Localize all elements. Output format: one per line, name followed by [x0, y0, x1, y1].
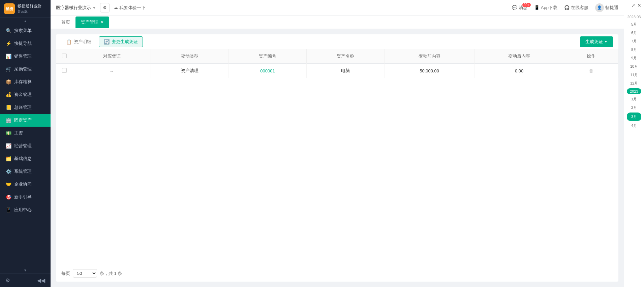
message-action[interactable]: 💬 消息 99+ — [512, 5, 527, 11]
asset-detail-icon: 📋 — [66, 39, 72, 44]
message-badge: 99+ — [522, 3, 531, 7]
sidebar-item-app-center[interactable]: 📱应用中心 — [0, 203, 51, 216]
sub-tab-change-voucher[interactable]: 🔄 变更生成凭证 — [99, 36, 143, 47]
phone-icon: 📱 — [534, 5, 540, 10]
sidebar-item-operations[interactable]: 📈经营管理 — [0, 139, 51, 152]
per-page-label: 每页 — [61, 270, 70, 277]
sidebar-item-sales[interactable]: 📊销售管理 — [0, 50, 51, 63]
headset-icon: 🎧 — [564, 5, 570, 10]
sidebar-settings-icon[interactable]: ⚙ — [5, 277, 10, 284]
delete-row-icon[interactable]: 🗑 — [589, 68, 593, 73]
logo-icon: 畅捷 — [4, 3, 15, 14]
sidebar-item-label: 应用中心 — [14, 207, 32, 213]
sidebar-item-salary[interactable]: 💵工资 — [0, 127, 51, 139]
panel-close-icon[interactable]: ✕ — [637, 3, 641, 8]
month-item[interactable]: 6月 — [624, 29, 644, 37]
sidebar-item-label: 固定资产 — [14, 117, 32, 123]
gear-icon: ⚙ — [103, 5, 107, 10]
funds-icon: 💰 — [5, 92, 11, 98]
basic-info-icon: 🗂️ — [5, 156, 11, 162]
topbar-settings-button[interactable]: ⚙ — [100, 3, 110, 12]
month-item[interactable]: 9月 — [624, 54, 644, 62]
user-profile[interactable]: 👤 畅捷通 — [595, 3, 618, 12]
cloud-icon: ☁ — [114, 5, 118, 10]
table-header-row: 对应凭证 变动类型 资产编号 资产名称 — [56, 49, 618, 64]
sub-tab-change-voucher-label: 变更生成凭证 — [112, 39, 138, 45]
dropdown-arrow-icon: ▼ — [604, 40, 608, 43]
sidebar-item-inventory[interactable]: 📦库存核算 — [0, 75, 51, 88]
cell-after-change: 0.00 — [474, 64, 564, 78]
sidebar-item-label: 新手引导 — [14, 194, 32, 200]
sidebar-item-label: 经营管理 — [14, 143, 32, 149]
customer-service-action[interactable]: 🎧 在线客服 — [564, 5, 588, 11]
sidebar-item-label: 总账管理 — [14, 104, 32, 110]
month-item[interactable]: 1月 — [624, 95, 644, 103]
customer-service-label: 在线客服 — [571, 5, 588, 11]
year-header-label[interactable]: 2023.03 — [624, 13, 644, 20]
month-item[interactable]: 2月 — [624, 103, 644, 112]
year-badge[interactable]: 2023 — [627, 88, 641, 94]
sidebar-scroll-up[interactable]: ▲ — [0, 18, 51, 24]
month-item[interactable]: 12月 — [624, 79, 644, 88]
per-page-select[interactable]: 50 10 20 100 — [73, 269, 97, 278]
system-icon: ⚙️ — [5, 168, 11, 174]
sidebar-item-label: 基础信息 — [14, 156, 32, 162]
sidebar-item-guide[interactable]: 🎯新手引导 — [0, 191, 51, 203]
sidebar-item-system[interactable]: ⚙️系统管理 — [0, 165, 51, 178]
company-name: 医疗器械行业演示 — [56, 5, 91, 11]
company-selector[interactable]: 医疗器械行业演示 ▼ — [56, 5, 96, 11]
sidebar-collapse-icon[interactable]: ◀◀ — [37, 277, 45, 284]
tab-asset-management[interactable]: 资产管理 ✕ — [75, 17, 109, 28]
sidebar-item-enterprise[interactable]: 🤝企业协同 — [0, 178, 51, 191]
sidebar-item-ledger[interactable]: 📒总账管理 — [0, 101, 51, 114]
search-icon: 🔍 — [5, 28, 11, 34]
avatar-icon: 👤 — [597, 5, 602, 10]
tab-close-icon[interactable]: ✕ — [100, 20, 104, 25]
sidebar-item-quick-nav[interactable]: ⚡快捷导航 — [0, 37, 51, 50]
panel-expand-icon[interactable]: ⤢ — [631, 3, 635, 8]
app-download-action[interactable]: 📱 App下载 — [534, 5, 557, 11]
col-before-change: 变动前内容 — [385, 49, 474, 64]
cell-change-type: 资产清理 — [151, 64, 228, 78]
month-item[interactable]: 4月 — [624, 122, 644, 130]
tab-home[interactable]: 首页 — [56, 17, 75, 28]
col-voucher: 对应凭证 — [73, 49, 151, 64]
month-item[interactable]: 5月 — [624, 20, 644, 29]
logo-line1: 畅捷通好业财 — [18, 4, 42, 9]
sidebar-item-fixed-assets[interactable]: 🏢固定资产 — [0, 114, 51, 127]
sidebar-logo: 畅捷 畅捷通好业财 普及版 — [0, 0, 51, 18]
sidebar-item-label: 企业协同 — [14, 181, 32, 187]
sidebar-scroll-down[interactable]: ▼ — [0, 267, 51, 274]
sidebar-item-basic-info[interactable]: 🗂️基础信息 — [0, 152, 51, 165]
sub-tab-asset-detail-label: 资产明细 — [74, 39, 91, 45]
sidebar-item-label: 采购管理 — [14, 66, 32, 72]
sidebar-item-funds[interactable]: 💰资金管理 — [0, 88, 51, 101]
avatar: 👤 — [595, 3, 604, 12]
row-checkbox[interactable] — [62, 68, 67, 73]
operations-icon: 📈 — [5, 143, 11, 149]
sidebar-nav: 🔍搜索菜单⚡快捷导航📊销售管理🛒采购管理📦库存核算💰资金管理📒总账管理🏢固定资产… — [0, 24, 51, 267]
month-item[interactable]: 8月 — [624, 45, 644, 54]
main-table: 对应凭证 变动类型 资产编号 资产名称 — [56, 49, 618, 78]
month-item[interactable]: 7月 — [624, 37, 644, 45]
company-chevron-icon: ▼ — [92, 6, 96, 10]
experience-button[interactable]: ☁ 我要体验一下 — [114, 5, 146, 11]
month-item[interactable]: 10月 — [624, 62, 644, 71]
tab-asset-management-label: 资产管理 — [81, 19, 98, 25]
salary-icon: 💵 — [5, 130, 11, 136]
sidebar-item-purchase[interactable]: 🛒采购管理 — [0, 63, 51, 75]
sub-tab-asset-detail[interactable]: 📋 资产明细 — [61, 37, 96, 47]
total-text: 条，共 1 条 — [100, 270, 122, 277]
select-all-checkbox[interactable] — [62, 54, 67, 58]
cell-asset-no: 000001 — [228, 64, 306, 78]
generate-voucher-button[interactable]: 生成凭证 ▼ — [580, 36, 613, 47]
app-center-icon: 📱 — [5, 207, 11, 213]
sidebar-item-search[interactable]: 🔍搜索菜单 — [0, 24, 51, 37]
month-item[interactable]: 11月 — [624, 71, 644, 79]
month-active-item[interactable]: 3月 — [627, 113, 641, 121]
topbar-right: 💬 消息 99+ 📱 App下载 🎧 在线客服 👤 畅捷通 — [512, 3, 618, 12]
sidebar-item-label: 系统管理 — [14, 168, 32, 174]
sidebar-item-label: 销售管理 — [14, 53, 32, 59]
sub-tabs: 📋 资产明细 🔄 变更生成凭证 生成凭证 ▼ — [56, 34, 618, 49]
cell-operation: 🗑 — [564, 64, 618, 78]
